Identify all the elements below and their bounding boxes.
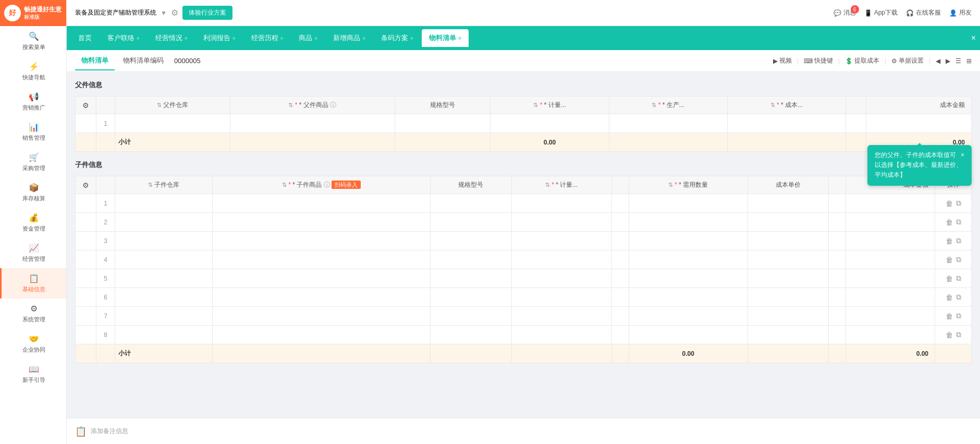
tab-new-product[interactable]: 新增商品 × bbox=[326, 29, 373, 47]
parent-row-1-unit[interactable] bbox=[491, 114, 609, 133]
child-row-4-warehouse[interactable] bbox=[115, 250, 213, 269]
next-icon[interactable]: ▶ bbox=[946, 57, 950, 65]
settings-icon[interactable]: ⚙ bbox=[171, 8, 178, 18]
close-tab-operations-icon[interactable]: × bbox=[185, 35, 188, 41]
child-row-1-unit[interactable] bbox=[511, 194, 611, 213]
child-row-8-product[interactable] bbox=[212, 326, 430, 344]
close-tab-products-icon[interactable]: × bbox=[314, 35, 317, 41]
tooltip-close-icon[interactable]: × bbox=[961, 150, 964, 160]
prev-icon[interactable]: ◀ bbox=[936, 57, 940, 65]
delete-row-2-button[interactable]: 🗑 bbox=[946, 218, 953, 226]
child-settings-icon[interactable]: ⚙ bbox=[82, 181, 89, 189]
child-row-2-unit-price[interactable] bbox=[748, 213, 828, 232]
sidebar-item-search[interactable]: 🔍 搜索菜单 bbox=[0, 26, 66, 56]
parent-row-1-cost[interactable] bbox=[727, 114, 846, 133]
child-row-8-unit[interactable] bbox=[511, 326, 611, 344]
child-row-1-warehouse[interactable] bbox=[115, 194, 213, 213]
child-row-3-spec[interactable] bbox=[431, 232, 511, 250]
message-item[interactable]: 💬 消息 6 bbox=[834, 8, 856, 17]
child-row-7-spec[interactable] bbox=[431, 307, 511, 326]
child-row-1-unit-price[interactable] bbox=[748, 194, 828, 213]
delete-row-7-button[interactable]: 🗑 bbox=[946, 312, 953, 320]
delete-row-6-button[interactable]: 🗑 bbox=[946, 293, 953, 302]
app-download-item[interactable]: 📱 App下载 bbox=[864, 8, 898, 17]
tab-home[interactable]: 首页 bbox=[71, 29, 99, 47]
child-row-5-product[interactable] bbox=[212, 269, 430, 288]
sub-tab-bom[interactable]: 物料清单 bbox=[75, 52, 115, 70]
parent-row-1-spec[interactable] bbox=[395, 114, 491, 133]
child-row-8-quantity[interactable] bbox=[629, 326, 748, 344]
copy-row-6-button[interactable]: ⧉ bbox=[956, 293, 961, 302]
tab-history[interactable]: 经营历程 × bbox=[244, 29, 291, 47]
child-row-2-quantity[interactable] bbox=[629, 213, 748, 232]
child-row-3-product[interactable] bbox=[212, 232, 430, 250]
sidebar-item-inventory[interactable]: 📦 库存核算 bbox=[0, 177, 66, 208]
close-tab-bom-icon[interactable]: × bbox=[458, 35, 461, 41]
child-row-6-unit-price[interactable] bbox=[748, 288, 828, 307]
child-row-6-product[interactable] bbox=[212, 288, 430, 307]
sidebar-item-system[interactable]: ⚙ 系统管理 bbox=[0, 298, 66, 329]
child-row-7-unit[interactable] bbox=[511, 307, 611, 326]
child-row-2-product[interactable] bbox=[212, 213, 430, 232]
child-row-7-unit-price[interactable] bbox=[748, 307, 828, 326]
online-service-item[interactable]: 🎧 在线客服 bbox=[906, 8, 941, 17]
child-row-1-spec[interactable] bbox=[431, 194, 511, 213]
child-row-4-quantity[interactable] bbox=[629, 250, 748, 269]
copy-row-2-button[interactable]: ⧉ bbox=[956, 218, 961, 226]
child-row-5-unit-price[interactable] bbox=[748, 269, 828, 288]
dropdown-arrow-icon[interactable]: ▼ bbox=[161, 9, 167, 17]
parent-settings-icon[interactable]: ⚙ bbox=[82, 101, 89, 110]
expand-icon[interactable]: ⊞ bbox=[966, 57, 972, 65]
child-row-1-quantity[interactable] bbox=[629, 194, 748, 213]
delete-row-3-button[interactable]: 🗑 bbox=[946, 237, 953, 245]
close-tab-history-icon[interactable]: × bbox=[280, 35, 284, 41]
close-tab-profit-icon[interactable]: × bbox=[232, 35, 236, 41]
child-row-7-product[interactable] bbox=[212, 307, 430, 326]
child-row-7-warehouse[interactable] bbox=[115, 307, 213, 326]
tab-customer[interactable]: 客户联络 × bbox=[100, 29, 147, 47]
child-row-5-quantity[interactable] bbox=[629, 269, 748, 288]
child-row-8-unit-price[interactable] bbox=[748, 326, 828, 344]
child-row-4-product[interactable] bbox=[212, 250, 430, 269]
bottom-add-icon[interactable]: 📋 bbox=[75, 426, 87, 437]
child-row-6-warehouse[interactable] bbox=[115, 288, 213, 307]
delete-row-8-button[interactable]: 🗑 bbox=[946, 331, 953, 339]
child-row-2-warehouse[interactable] bbox=[115, 213, 213, 232]
child-row-6-unit[interactable] bbox=[511, 288, 611, 307]
tab-barcode[interactable]: 条码方案 × bbox=[374, 29, 421, 47]
child-row-3-quantity[interactable] bbox=[629, 232, 748, 250]
copy-row-3-button[interactable]: ⧉ bbox=[956, 236, 961, 245]
sidebar-item-marketing[interactable]: 📢 营销推广 bbox=[0, 87, 66, 117]
tab-operations[interactable]: 经营情况 × bbox=[148, 29, 195, 47]
sidebar-item-quicknav[interactable]: ⚡ 快捷导航 bbox=[0, 56, 66, 87]
child-row-5-unit[interactable] bbox=[511, 269, 611, 288]
child-row-4-spec[interactable] bbox=[431, 250, 511, 269]
delete-row-5-button[interactable]: 🗑 bbox=[946, 274, 953, 283]
child-row-1-product[interactable] bbox=[212, 194, 430, 213]
scan-badge[interactable]: 扫码录入 bbox=[332, 181, 361, 189]
close-all-tabs-icon[interactable]: × bbox=[971, 33, 976, 43]
parent-row-1-production[interactable] bbox=[609, 114, 727, 133]
child-row-5-warehouse[interactable] bbox=[115, 269, 213, 288]
close-tab-barcode-icon[interactable]: × bbox=[410, 35, 413, 41]
sub-tab-bom-code[interactable]: 物料清单编码 bbox=[117, 52, 170, 70]
sidebar-item-finance[interactable]: 💰 资金管理 bbox=[0, 208, 66, 238]
parent-row-1-product[interactable] bbox=[230, 114, 395, 133]
copy-row-5-button[interactable]: ⧉ bbox=[956, 274, 961, 283]
child-row-8-warehouse[interactable] bbox=[115, 326, 213, 344]
child-row-4-unit-price[interactable] bbox=[748, 250, 828, 269]
copy-row-7-button[interactable]: ⧉ bbox=[956, 311, 961, 320]
tab-products[interactable]: 商品 × bbox=[291, 29, 325, 47]
sidebar-item-collab[interactable]: 🤝 企业协同 bbox=[0, 329, 66, 359]
child-row-3-unit[interactable] bbox=[511, 232, 611, 250]
child-row-6-spec[interactable] bbox=[431, 288, 511, 307]
child-row-2-spec[interactable] bbox=[431, 213, 511, 232]
copy-row-1-button[interactable]: ⧉ bbox=[956, 199, 961, 208]
view-btn[interactable]: ▶ 视频 bbox=[773, 56, 792, 65]
child-row-3-warehouse[interactable] bbox=[115, 232, 213, 250]
sidebar-item-purchase[interactable]: 🛒 采购管理 bbox=[0, 147, 66, 177]
child-row-4-unit[interactable] bbox=[511, 250, 611, 269]
close-tab-new-product-icon[interactable]: × bbox=[362, 35, 365, 41]
tab-bom[interactable]: 物料清单 × bbox=[422, 29, 469, 47]
delete-row-1-button[interactable]: 🗑 bbox=[946, 199, 953, 208]
